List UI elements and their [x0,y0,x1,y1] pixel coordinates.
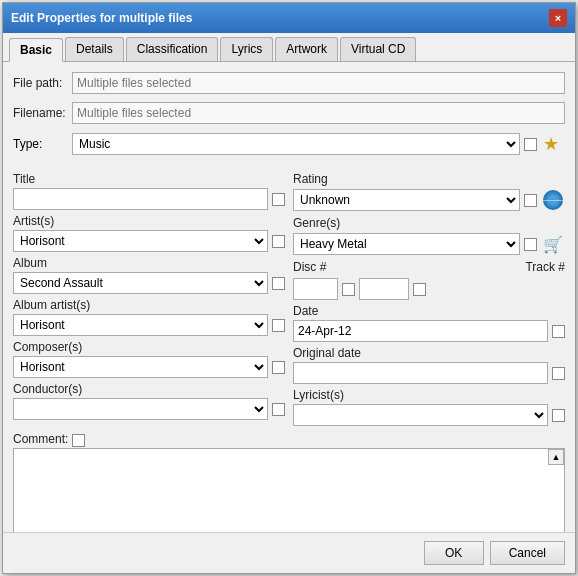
tab-lyrics[interactable]: Lyrics [220,37,273,61]
lyricist-checkbox[interactable] [552,409,565,422]
dialog-title: Edit Properties for multiple files [11,11,192,25]
conductor-select[interactable] [13,398,268,420]
artists-select[interactable]: Horisont [13,230,268,252]
filename-input[interactable] [72,102,565,124]
type-checkbox[interactable] [524,138,537,151]
track-label: Track # [525,260,565,274]
comment-box: ▲ ▼ [13,448,565,532]
album-checkbox[interactable] [272,277,285,290]
composer-checkbox[interactable] [272,361,285,374]
title-row [13,188,285,210]
disc-label: Disc # [293,260,338,274]
composer-section: Composer(s) Horisont [13,340,285,378]
rating-label: Rating [293,172,565,186]
conductor-section: Conductor(s) [13,382,285,420]
lyricist-select[interactable] [293,404,548,426]
composer-select[interactable]: Horisont [13,356,268,378]
comment-label-row: Comment: [13,432,565,448]
conductor-label: Conductor(s) [13,382,285,396]
album-artist-select[interactable]: Horisont [13,314,268,336]
tab-classification[interactable]: Classification [126,37,219,61]
type-label: Type: [13,137,68,151]
title-checkbox[interactable] [272,193,285,206]
original-date-checkbox[interactable] [552,367,565,380]
comment-checkbox[interactable] [72,434,85,447]
type-icon-button[interactable]: ★ [541,132,565,156]
rating-checkbox[interactable] [524,194,537,207]
genre-cart-button[interactable]: 🛒 [541,232,565,256]
cancel-button[interactable]: Cancel [490,541,565,565]
tab-bar: Basic Details Classification Lyrics Artw… [3,33,575,62]
file-path-input[interactable] [72,72,565,94]
album-row: Second Assault [13,272,285,294]
album-artist-checkbox[interactable] [272,319,285,332]
date-checkbox[interactable] [552,325,565,338]
original-date-input[interactable] [293,362,548,384]
artists-row: Horisont [13,230,285,252]
type-row: Type: Music ★ [13,132,565,156]
genre-select[interactable]: Heavy Metal [293,233,520,255]
title-label: Title [13,172,285,186]
date-input[interactable] [293,320,548,342]
cart-icon: 🛒 [543,235,563,254]
disc-track-section: Disc # Track # [293,260,565,300]
dialog: Edit Properties for multiple files × Bas… [2,2,576,574]
artists-label: Artist(s) [13,214,285,228]
tab-virtual-cd[interactable]: Virtual CD [340,37,416,61]
original-date-label: Original date [293,346,565,360]
genre-section: Genre(s) Heavy Metal 🛒 [293,216,565,256]
genre-row: Heavy Metal 🛒 [293,232,565,256]
original-date-section: Original date [293,346,565,384]
lyricist-section: Lyricist(s) [293,388,565,426]
title-section: Title [13,172,285,210]
album-artist-label: Album artist(s) [13,298,285,312]
comment-section: Comment: ▲ ▼ [13,432,565,532]
tab-basic[interactable]: Basic [9,38,63,62]
genre-checkbox[interactable] [524,238,537,251]
rating-globe-button[interactable] [541,188,565,212]
lyricist-label: Lyricist(s) [293,388,565,402]
album-artist-section: Album artist(s) Horisont [13,298,285,336]
date-section: Date [293,304,565,342]
disc-checkbox[interactable] [342,283,355,296]
comment-textarea[interactable] [14,449,548,532]
original-date-row [293,362,565,384]
album-artist-row: Horisont [13,314,285,336]
rating-row: Unknown [293,188,565,212]
title-input[interactable] [13,188,268,210]
scroll-up-button[interactable]: ▲ [548,449,564,465]
disc-input[interactable] [293,278,338,300]
conductor-row [13,398,285,420]
album-label: Album [13,256,285,270]
left-col: Title Artist(s) Horisont [13,172,285,426]
bottom-bar: OK Cancel [3,532,575,573]
conductor-checkbox[interactable] [272,403,285,416]
rating-section: Rating Unknown [293,172,565,212]
date-row [293,320,565,342]
globe-icon [543,190,563,210]
file-path-row: File path: [13,72,565,94]
star-icon: ★ [543,134,563,154]
tab-details[interactable]: Details [65,37,124,61]
file-path-label: File path: [13,76,68,90]
track-input[interactable] [359,278,409,300]
album-select[interactable]: Second Assault [13,272,268,294]
ok-button[interactable]: OK [424,541,484,565]
artists-checkbox[interactable] [272,235,285,248]
title-bar: Edit Properties for multiple files × [3,3,575,33]
tab-content: File path: Filename: Type: Music ★ [3,62,575,532]
close-button[interactable]: × [549,9,567,27]
composer-label: Composer(s) [13,340,285,354]
rating-select[interactable]: Unknown [293,189,520,211]
type-select[interactable]: Music [72,133,520,155]
tab-artwork[interactable]: Artwork [275,37,338,61]
artists-section: Artist(s) Horisont [13,214,285,252]
filename-row: Filename: [13,102,565,124]
track-checkbox[interactable] [413,283,426,296]
comment-label: Comment: [13,432,68,446]
date-label: Date [293,304,565,318]
genre-label: Genre(s) [293,216,565,230]
lyricist-row [293,404,565,426]
album-section: Album Second Assault [13,256,285,294]
main-fields: Title Artist(s) Horisont [13,172,565,426]
